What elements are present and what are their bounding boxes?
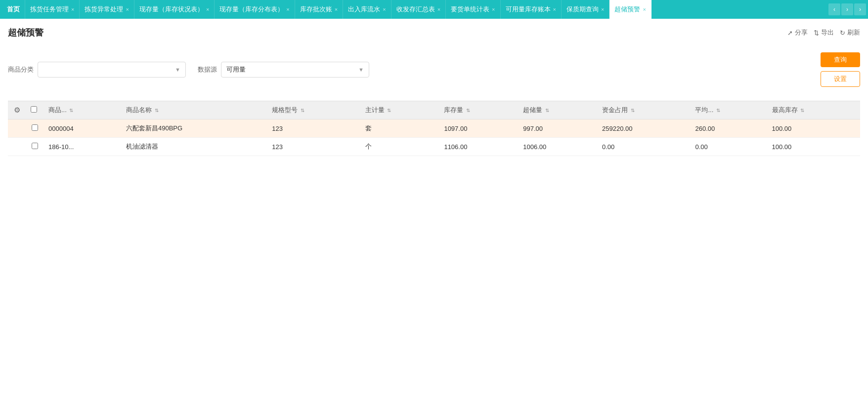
sort-icon-9: ⇅	[800, 108, 804, 113]
close-tab-1[interactable]: ×	[71, 6, 74, 12]
row-capital-0: 259220.00	[597, 119, 690, 138]
table-row: 0000004 六配套新昌490BPG 123 套 1097.00 997.00…	[8, 119, 860, 138]
chevron-down-icon: ▼	[175, 67, 180, 73]
close-tab-10[interactable]: ×	[601, 6, 604, 12]
col-overstock[interactable]: 超储量 ⇅	[518, 101, 597, 119]
tab-11[interactable]: 超储预警 ×	[609, 0, 651, 19]
sort-icon-2: ⇅	[155, 108, 159, 113]
action-buttons: 查询 设置	[821, 52, 860, 87]
col-checkbox	[26, 101, 43, 119]
nav-arrows: ‹ › ›	[828, 3, 866, 15]
row-stock-1: 1106.00	[439, 138, 518, 156]
sort-icon: ⇅	[69, 108, 73, 113]
close-tab-5[interactable]: ×	[335, 6, 338, 12]
row-capital-1: 0.00	[597, 138, 690, 156]
sort-icon-8: ⇅	[716, 108, 720, 113]
filter-bar: 商品分类 ▼ 数据源 可用量 ▼ 查询 设置	[8, 46, 860, 93]
row-product-code-0: 0000004	[43, 119, 121, 138]
sort-icon-4: ⇅	[387, 108, 391, 113]
nav-home[interactable]: 首页	[2, 0, 25, 19]
row-unit-1: 个	[360, 138, 439, 156]
nav-next-btn[interactable]: ›	[841, 3, 853, 15]
tab-1[interactable]: 拣货任务管理 ×	[25, 0, 80, 19]
close-tab-2[interactable]: ×	[126, 6, 129, 12]
table-row: 186-10... 机油滤清器 123 个 1106.00 1006.00 0.…	[8, 138, 860, 156]
nav-more-btn[interactable]: ›	[854, 3, 866, 15]
sort-icon-7: ⇅	[631, 108, 635, 113]
tab-4[interactable]: 现存量（库存分布表） ×	[215, 0, 295, 19]
product-category-filter: 商品分类 ▼	[8, 62, 186, 78]
header-actions: ➚ 分享 ⇅ 导出 ↻ 刷新	[787, 28, 860, 37]
sort-icon-5: ⇅	[466, 108, 470, 113]
row-product-name-0: 六配套新昌490BPG	[121, 119, 267, 138]
row-checkbox-1[interactable]	[32, 143, 38, 149]
col-product-name[interactable]: 商品名称 ⇅	[121, 101, 267, 119]
chevron-down-icon-2: ▼	[358, 67, 364, 73]
settings-button[interactable]: 设置	[821, 71, 860, 87]
row-spec-model-0: 123	[267, 119, 360, 138]
close-tab-4[interactable]: ×	[286, 6, 289, 12]
page-header: 超储预警 ➚ 分享 ⇅ 导出 ↻ 刷新	[8, 27, 860, 39]
row-number-1	[26, 138, 43, 156]
row-max-stock-1: 100.00	[767, 138, 860, 156]
refresh-action[interactable]: ↻ 刷新	[840, 28, 860, 37]
col-product-code[interactable]: 商品... ⇅	[43, 101, 121, 119]
col-average[interactable]: 平均... ⇅	[690, 101, 767, 119]
table-header-row: ⚙ 商品... ⇅ 商品名称 ⇅ 规格型号 ⇅ 主计量	[8, 101, 860, 119]
row-product-name-1: 机油滤清器	[121, 138, 267, 156]
tab-2[interactable]: 拣货异常处理 ×	[80, 0, 134, 19]
close-tab-11[interactable]: ×	[643, 6, 646, 12]
col-unit[interactable]: 主计量 ⇅	[360, 101, 439, 119]
product-category-select[interactable]: ▼	[38, 62, 186, 78]
close-tab-8[interactable]: ×	[492, 6, 495, 12]
data-table: ⚙ 商品... ⇅ 商品名称 ⇅ 规格型号 ⇅ 主计量	[8, 101, 860, 156]
product-category-label: 商品分类	[8, 65, 34, 74]
close-tab-6[interactable]: ×	[383, 6, 386, 12]
share-icon: ➚	[787, 29, 793, 37]
tab-5[interactable]: 库存批次账 ×	[295, 0, 343, 19]
col-spec-model[interactable]: 规格型号 ⇅	[267, 101, 360, 119]
select-all-checkbox[interactable]	[31, 106, 37, 113]
close-tab-7[interactable]: ×	[437, 6, 440, 12]
col-capital-occupied[interactable]: 资金占用 ⇅	[597, 101, 690, 119]
close-tab-9[interactable]: ×	[553, 6, 556, 12]
row-average-0: 260.00	[690, 119, 767, 138]
close-tab-3[interactable]: ×	[206, 6, 209, 12]
export-action[interactable]: ⇅ 导出	[814, 28, 834, 37]
row-number-0	[26, 119, 43, 138]
col-stock[interactable]: 库存量 ⇅	[439, 101, 518, 119]
export-icon: ⇅	[814, 29, 819, 37]
tab-6[interactable]: 出入库流水 ×	[343, 0, 391, 19]
row-product-code-1: 186-10...	[43, 138, 121, 156]
tab-3[interactable]: 现存量（库存状况表） ×	[134, 0, 215, 19]
refresh-icon: ↻	[840, 29, 845, 37]
gear-icon[interactable]: ⚙	[14, 106, 20, 115]
page-content: 超储预警 ➚ 分享 ⇅ 导出 ↻ 刷新 商品分类 ▼ 数据源	[0, 19, 868, 395]
row-max-stock-0: 100.00	[767, 119, 860, 138]
tab-10[interactable]: 保质期查询 ×	[562, 0, 609, 19]
row-stock-0: 1097.00	[439, 119, 518, 138]
query-button[interactable]: 查询	[821, 52, 860, 67]
nav-prev-btn[interactable]: ‹	[828, 3, 840, 15]
tab-7[interactable]: 收发存汇总表 ×	[391, 0, 446, 19]
col-max-stock[interactable]: 最高库存 ⇅	[767, 101, 860, 119]
row-overstock-0: 997.00	[518, 119, 597, 138]
row-spec-model-1: 123	[267, 138, 360, 156]
col-settings: ⚙	[8, 101, 26, 119]
sort-icon-6: ⇅	[545, 108, 549, 113]
share-action[interactable]: ➚ 分享	[787, 28, 808, 37]
row-checkbox-0[interactable]	[32, 124, 38, 131]
row-overstock-1: 1006.00	[518, 138, 597, 156]
tab-8[interactable]: 要货单统计表 ×	[446, 0, 500, 19]
row-settings-1	[8, 138, 26, 156]
row-settings-0	[8, 119, 26, 138]
page-title: 超储预警	[8, 27, 43, 39]
data-source-label: 数据源	[198, 65, 217, 74]
data-source-select[interactable]: 可用量 ▼	[221, 62, 369, 78]
nav-bar: 首页 拣货任务管理 × 拣货异常处理 × 现存量（库存状况表） × 现存量（库存…	[0, 0, 868, 19]
tab-9[interactable]: 可用量库存账本 ×	[501, 0, 562, 19]
data-source-filter: 数据源 可用量 ▼	[198, 62, 369, 78]
row-unit-0: 套	[360, 119, 439, 138]
data-source-value: 可用量	[226, 65, 246, 74]
row-average-1: 0.00	[690, 138, 767, 156]
